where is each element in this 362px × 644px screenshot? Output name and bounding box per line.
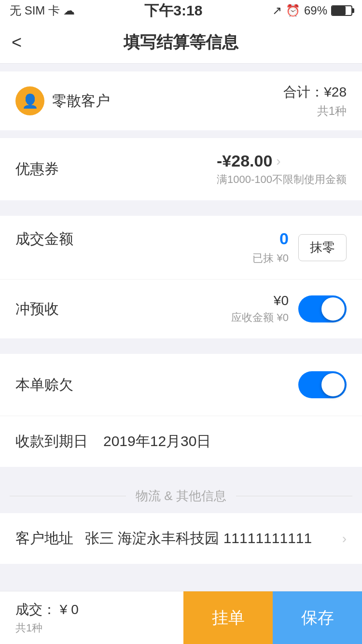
content-area: 👤 零散客户 合计：¥28 共1种 优惠券 -¥28.00 › 满1000-10… [0,71,362,630]
bottom-deal-amount: ¥ 0 [60,602,79,617]
transaction-amount-row: 成交金额 0 已抹 ¥0 抹零 [0,216,362,280]
round-zero-button[interactable]: 抹零 [298,234,347,261]
debt-row: 本单赊欠 [0,354,362,416]
battery-fill [332,6,346,15]
duedate-label: 收款到期日 [15,432,88,451]
amount-value-col: 0 已抹 ¥0 [252,229,289,266]
divider-line-right [236,496,352,496]
customer-left: 👤 零散客户 [15,86,110,115]
coupon-right: -¥28.00 › 满1000-100不限制使用金额 [217,152,347,187]
duedate-row: 收款到期日 2019年12月30日 [0,416,362,467]
save-button[interactable]: 保存 [273,591,362,644]
address-chevron-icon: › [342,531,347,546]
prepayment-row: 冲预收 ¥0 应收金额 ¥0 [0,280,362,338]
gap-4 [0,509,362,513]
divider-line-left [10,496,126,496]
prepay-value-col: ¥0 应收金额 ¥0 [231,293,289,325]
prepay-receivable: 应收金额 ¥0 [231,310,289,325]
bottom-info: 成交： ¥ 0 共1种 [0,601,183,635]
avatar: 👤 [15,86,44,115]
debt-section: 本单赊欠 收款到期日 2019年12月30日 [0,354,362,467]
battery-icon [331,5,352,16]
bottom-deal-label: 成交： [15,602,56,617]
amount-deducted: 已抹 ¥0 [252,251,289,266]
logistics-label: 物流 & 其他信息 [136,488,226,504]
prepayment-toggle[interactable] [298,295,347,322]
status-time: 下午3:18 [144,1,202,21]
amount-value: 0 [252,229,289,248]
toggle-knob [321,297,345,321]
address-row[interactable]: 客户地址 张三 海淀永丰科技园 11111111111 › [0,513,362,564]
bottom-bar: 成交： ¥ 0 共1种 挂单 保存 [0,591,362,644]
amount-section: 成交金额 0 已抹 ¥0 抹零 冲预收 ¥0 应收金额 ¥0 [0,216,362,338]
avatar-icon: 👤 [22,93,39,109]
coupon-amount: -¥28.00 [217,152,272,170]
gap-2 [0,346,362,354]
bottom-deal-row: 成交： ¥ 0 [15,601,168,619]
address-label: 客户地址 [15,529,73,548]
page-title: 填写结算等信息 [124,31,238,54]
amount-label: 成交金额 [15,229,73,249]
gap-3 [0,475,362,482]
coupon-label: 优惠券 [15,159,59,179]
status-bar: 无 SIM 卡 ☁ 下午3:18 ↗ ⏰ 69% [0,0,362,21]
bottom-count: 共1种 [15,621,168,635]
customer-right: 合计：¥28 共1种 [283,83,347,119]
customer-count: 共1种 [283,103,347,119]
coupon-chevron-icon: › [276,154,280,169]
prepay-label: 冲预收 [15,299,59,319]
nav-bar: < 填写结算等信息 [0,21,362,64]
coupon-desc: 满1000-100不限制使用金额 [217,172,347,187]
prepay-amount: ¥0 [231,293,289,308]
back-button[interactable]: < [12,32,22,53]
debt-toggle-knob [321,373,345,396]
coupon-row[interactable]: 优惠券 -¥28.00 › 满1000-100不限制使用金额 [0,138,362,200]
status-left: 无 SIM 卡 ☁ [10,3,75,18]
status-right: ↗ ⏰ 69% [272,4,352,17]
gap-1 [0,208,362,216]
address-section: 客户地址 张三 海淀永丰科技园 11111111111 › [0,513,362,564]
battery-percent: 69% [304,4,327,17]
address-value: 张三 海淀永丰科技园 11111111111 [85,529,342,548]
alarm-icon: ⏰ [286,4,300,17]
customer-section: 👤 零散客户 合计：¥28 共1种 [0,71,362,130]
duedate-value: 2019年12月30日 [103,432,211,451]
customer-name: 零散客户 [52,91,110,111]
customer-row: 👤 零散客户 合计：¥28 共1种 [0,71,362,130]
hold-button[interactable]: 挂单 [183,591,273,644]
prepay-right: ¥0 应收金额 ¥0 [231,293,347,325]
amount-right: 0 已抹 ¥0 抹零 [252,229,347,266]
location-icon: ↗ [272,4,282,17]
debt-toggle[interactable] [298,371,347,398]
debt-label: 本单赊欠 [15,375,73,395]
sim-status: 无 SIM 卡 ☁ [10,3,75,18]
coupon-section: 优惠券 -¥28.00 › 满1000-100不限制使用金额 [0,138,362,200]
customer-total: 合计：¥28 [283,83,347,101]
logistics-divider: 物流 & 其他信息 [0,482,362,509]
